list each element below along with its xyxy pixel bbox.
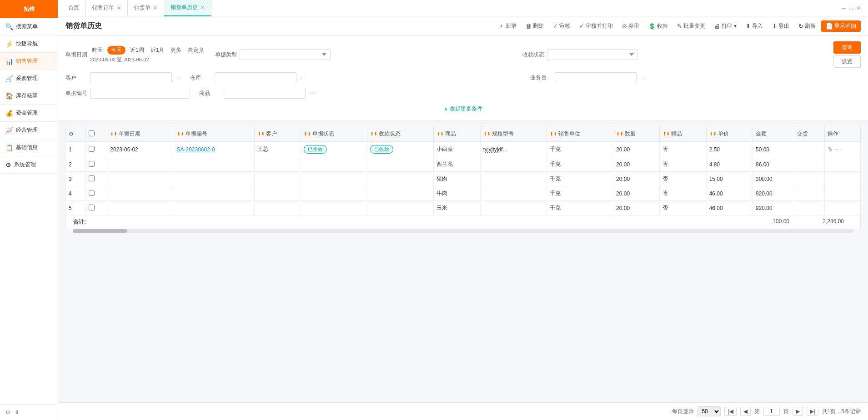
doc-number-filter: 单据编号: [65, 88, 190, 99]
show-detail-button[interactable]: 📄 显示明细: [821, 20, 861, 32]
customer-ellipsis[interactable]: ···: [176, 75, 181, 81]
tab-home[interactable]: 首页: [62, 0, 86, 16]
date-range-display: 2023-06-02 至 2023-06-02: [90, 56, 206, 63]
shortcut-yesterday[interactable]: 昨天: [90, 46, 105, 55]
sidebar-item-quick-nav[interactable]: ⚡ 快捷导航: [0, 35, 58, 53]
doc-number-link-0[interactable]: SA-20230602-0: [177, 146, 215, 153]
sort-icon-payment: ⬆⬇: [370, 131, 377, 136]
cell-doc-date-2: [107, 172, 174, 186]
sidebar-pause-icon[interactable]: ⏸: [14, 409, 20, 415]
minimize-btn[interactable]: ─: [842, 5, 846, 11]
th-qty[interactable]: ⬆⬇数量: [613, 126, 660, 142]
th-customer[interactable]: ⬆⬇客户: [254, 126, 301, 142]
customer-input[interactable]: [90, 72, 172, 83]
prev-page-btn[interactable]: ◀: [740, 407, 751, 416]
shortcut-more[interactable]: 更多: [169, 46, 183, 55]
sidebar-item-stock-calc[interactable]: 🏠 库存核算: [0, 87, 58, 105]
approve-print-button[interactable]: ✓ 审核并打印: [576, 20, 617, 32]
sidebar-item-purchase-mgmt[interactable]: 🛒 采购管理: [0, 70, 58, 87]
tab-sales-delivery[interactable]: 销货单 ✕: [128, 0, 164, 16]
cell-checkbox-4: [85, 201, 107, 215]
sort-icon-docnum: ⬆⬇: [177, 131, 184, 136]
sidebar-item-sales-mgmt[interactable]: 📊 销售管理: [0, 53, 58, 70]
abandon-button[interactable]: ⊘ 弃审: [618, 20, 643, 32]
cell-delivery-3: [794, 186, 825, 201]
th-payment-status[interactable]: ⬆⬇收款状态: [367, 126, 434, 142]
import-button[interactable]: ⬆ 导入: [742, 20, 767, 32]
col-label-doc-status: 单据状态: [312, 130, 334, 138]
tab-sales-delivery-history[interactable]: 销货单历史 ✕: [164, 0, 211, 16]
row-checkbox-3[interactable]: [89, 190, 95, 196]
settings-button[interactable]: 设置: [833, 55, 861, 68]
shortcut-last30[interactable]: 近1月: [149, 46, 166, 55]
warehouse-ellipsis[interactable]: ···: [301, 75, 306, 81]
horizontal-scrollbar[interactable]: [73, 229, 853, 233]
salesperson-ellipsis[interactable]: ···: [641, 75, 646, 81]
cell-row-num-0: 1: [66, 142, 86, 157]
row-checkbox-2[interactable]: [89, 175, 95, 181]
th-product[interactable]: ⬆⬇商品: [434, 126, 480, 142]
collect-button[interactable]: 💲 收款: [645, 20, 672, 32]
tab-close-history[interactable]: ✕: [201, 5, 205, 10]
page-size-select[interactable]: 10 20 50 100: [697, 406, 721, 416]
shortcut-today[interactable]: 今天: [107, 46, 125, 55]
shortcut-custom[interactable]: 自定义: [186, 46, 206, 55]
doc-type-select[interactable]: [240, 49, 331, 60]
approve-button[interactable]: ✓ 审核: [549, 20, 574, 32]
new-button[interactable]: ＋ 新增: [495, 20, 520, 32]
print-button[interactable]: 🖨 打印 ▾: [711, 20, 740, 32]
salesperson-input[interactable]: [555, 72, 637, 83]
th-doc-status[interactable]: ⬆⬇单据状态: [301, 126, 367, 142]
batch-change-button[interactable]: ✎ 批量变更: [673, 20, 709, 32]
sidebar-item-basic-info[interactable]: 📋 基础信息: [0, 139, 58, 156]
th-sales-unit[interactable]: ⬆⬇销售单位: [547, 126, 613, 142]
th-gear[interactable]: ⚙: [66, 126, 86, 142]
sidebar-collapse-icon[interactable]: ⚙: [5, 409, 10, 415]
th-spec[interactable]: ⬆⬇规格型号: [480, 126, 547, 142]
cell-payment-status-3: [367, 186, 434, 201]
query-button[interactable]: 查询: [833, 41, 861, 54]
tab-close-sales-delivery[interactable]: ✕: [153, 5, 157, 11]
delete-button[interactable]: 🗑 删除: [522, 20, 547, 32]
row-checkbox-1[interactable]: [89, 161, 95, 167]
sidebar-item-ops-mgmt[interactable]: 📈 经营管理: [0, 122, 58, 139]
refresh-button[interactable]: ↻ 刷新: [795, 20, 819, 32]
cell-qty-1: 20.00: [613, 157, 660, 172]
tab-close-sales-order[interactable]: ✕: [117, 5, 121, 11]
cell-unit-price-3: 46.00: [706, 186, 753, 201]
edit-btn-0[interactable]: ✎: [828, 146, 833, 153]
maximize-btn[interactable]: □: [849, 5, 853, 11]
doc-number-input[interactable]: [90, 88, 190, 99]
cell-spec-1: [480, 157, 547, 172]
th-gift[interactable]: ⬆⬇赠品: [660, 126, 706, 142]
next-page-btn[interactable]: ▶: [793, 407, 803, 416]
cell-row-num-2: 3: [66, 172, 86, 186]
last-page-btn[interactable]: ▶|: [807, 407, 818, 416]
more-btn-0[interactable]: ⋯: [835, 146, 841, 153]
collection-status-select[interactable]: [547, 49, 638, 60]
th-doc-number[interactable]: ⬆⬇单据编号: [174, 126, 254, 142]
sidebar-item-sys-mgmt[interactable]: ⚙ 系统管理: [0, 156, 58, 174]
shortcut-last7[interactable]: 近1周: [128, 46, 146, 55]
th-doc-date[interactable]: ⬆⬇单据日期: [107, 126, 174, 142]
cell-doc-number-0[interactable]: SA-20230602-0: [174, 142, 254, 157]
sidebar-item-finance-mgmt[interactable]: 💰 资金管理: [0, 105, 58, 122]
toolbar: 销货单历史 ＋ 新增 🗑 删除 ✓ 审核 ✓ 审核并打印 ⊘ 弃审: [58, 16, 868, 36]
first-page-btn[interactable]: |◀: [724, 407, 736, 416]
export-button[interactable]: ⬇ 导出: [768, 20, 793, 32]
collapse-button[interactable]: ∧ 收起更多条件: [65, 103, 861, 115]
close-btn[interactable]: ✕: [856, 5, 861, 11]
select-all-checkbox[interactable]: [89, 130, 95, 136]
sort-icon-spec: ⬆⬇: [483, 131, 491, 136]
sort-icon-docstatus: ⬆⬇: [304, 131, 311, 136]
page-number-input[interactable]: [763, 407, 780, 416]
tab-sales-order[interactable]: 销售订单 ✕: [86, 0, 128, 16]
product-input[interactable]: [224, 88, 306, 99]
th-unit-price[interactable]: ⬆⬇单价: [706, 126, 753, 142]
sidebar-item-search[interactable]: 🔍 搜索菜单: [0, 18, 58, 35]
product-ellipsis[interactable]: ···: [310, 90, 315, 96]
scroll-thumb[interactable]: [73, 229, 127, 233]
warehouse-input[interactable]: [215, 72, 296, 83]
row-checkbox-0[interactable]: [89, 146, 95, 152]
row-checkbox-4[interactable]: [89, 205, 95, 210]
